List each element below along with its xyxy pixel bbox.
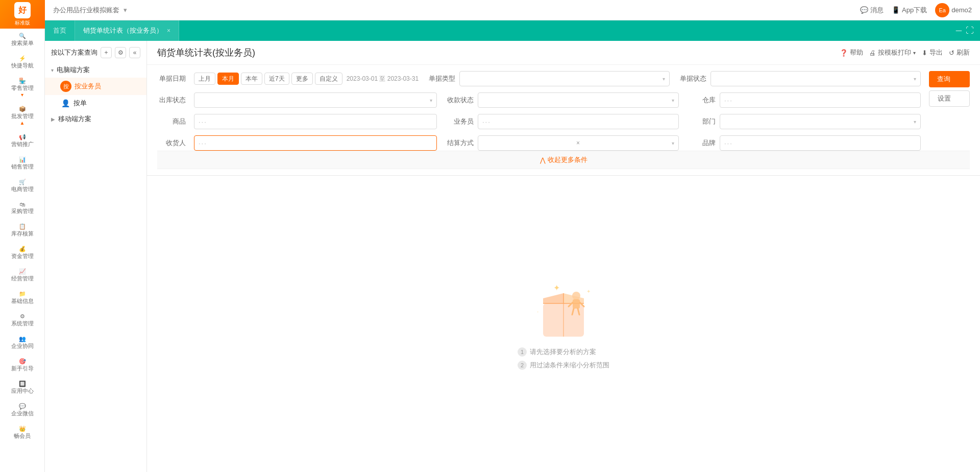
settings-scheme-btn[interactable]: ⚙ (115, 47, 126, 58)
tab-maximize-btn[interactable]: ⛶ (966, 26, 974, 35)
filter-main: 单据日期 上月 本月 本年 近7天 更多 自定义 2023-03-01 至 20… (157, 71, 921, 151)
corpwechat-icon: 💬 (19, 403, 26, 410)
sidebar-item-quicknav[interactable]: ⚡ 快捷导航 (0, 51, 44, 74)
sidebar-item-inventory[interactable]: 📋 库存核算 (0, 219, 44, 242)
department-label: 部门 (687, 117, 716, 126)
tab-home[interactable]: 首页 (45, 20, 75, 41)
sidebar-item-marketing[interactable]: 📢 营销推广 (0, 130, 44, 152)
empty-illustration: ✦ · ✦ (528, 278, 599, 339)
page-title: 销货单统计表(按业务员) (157, 46, 255, 59)
add-scheme-btn[interactable]: + (101, 47, 112, 58)
doc-type-input[interactable]: ▾ (459, 71, 670, 86)
payment-arrow: ▾ (672, 140, 674, 146)
sidebar-item-appcenter[interactable]: 🔲 应用中心 (0, 376, 44, 399)
svg-marker-1 (543, 293, 564, 303)
tab-close-btn[interactable]: × (167, 27, 170, 34)
sidebar-item-system[interactable]: ⚙ 系统管理 (0, 309, 44, 332)
tab-sales-stat[interactable]: 销货单统计表（按业务员） × (75, 20, 179, 41)
payment-input[interactable]: × ▾ (478, 135, 679, 151)
sidebar-item-ecommerce[interactable]: 🛒 电商管理 (0, 175, 44, 197)
payment-clear-btn[interactable]: × (576, 139, 580, 147)
download-icon: 📱 (892, 6, 900, 14)
quicknav-icon: ⚡ (19, 55, 26, 62)
salesman-input[interactable]: ··· (478, 114, 679, 129)
receiver-label: 收货人 (157, 138, 186, 148)
collapse-panel-btn[interactable]: « (129, 47, 140, 58)
right-panel: 销货单统计表(按业务员) ❓ 帮助 🖨 按模板打印 ▾ ⬇ 导出 (147, 41, 980, 472)
appcenter-icon: 🔲 (19, 381, 26, 387)
sales-icon: 📊 (19, 156, 26, 163)
sidebar-item-search[interactable]: 🔍 搜索菜单 (0, 29, 44, 51)
receipt-status-label: 收款状态 (445, 96, 474, 105)
receiver-input[interactable]: ··· (194, 135, 437, 151)
date-btn-7days[interactable]: 近7天 (264, 73, 289, 85)
print-btn[interactable]: 🖨 按模板打印 ▾ (869, 46, 916, 59)
sidebar-item-basic-info[interactable]: 📁 基础信息 (0, 287, 44, 309)
expand-icon: ▾ (21, 92, 23, 98)
date-btn-more[interactable]: 更多 (291, 73, 313, 85)
tree-item-desktop[interactable]: ▾ 电脑端方案 (45, 62, 146, 78)
empty-state: ✦ · ✦ 1 请先选择要分析的方案 2 用过滤条件来缩小分析范围 (518, 278, 609, 370)
date-btn-thismonth[interactable]: 本月 (217, 73, 239, 85)
out-status-input[interactable]: ▾ (194, 92, 437, 108)
goods-label: 商品 (157, 117, 186, 126)
message-btn[interactable]: 💬 消息 (860, 6, 884, 15)
tree-item-mobile[interactable]: ▶ 移动端方案 (45, 111, 146, 127)
sidebar-item-collab[interactable]: 👥 企业协同 (0, 332, 44, 354)
header-actions: 💬 消息 📱 App下载 Ea demo2 (860, 3, 972, 17)
sidebar-item-member[interactable]: 👑 畅会员 (0, 421, 44, 444)
svg-text:✦: ✦ (586, 289, 591, 294)
help-btn[interactable]: ❓ 帮助 (840, 46, 863, 59)
date-group: 上月 本月 本年 近7天 更多 自定义 2023-03-01 至 2023-03… (194, 73, 419, 85)
purchase-icon: 🛍 (19, 201, 25, 207)
brand-input[interactable]: ··· (720, 135, 921, 151)
collapse-arrow: ⋀ (540, 156, 546, 164)
print-dropdown-icon[interactable]: ▾ (913, 50, 916, 56)
wholesale-icon: 📦 (19, 106, 26, 112)
sidebar-item-wholesale[interactable]: 📦 批发管理 ▲ (0, 102, 44, 130)
receipt-status-input[interactable]: ▾ (478, 92, 679, 108)
tree-child-by-salesman[interactable]: 按 按业务员 (45, 78, 146, 95)
help-icon: ❓ (840, 49, 848, 57)
date-btn-custom[interactable]: 自定义 (315, 73, 342, 85)
salesman-label: 业务员 (445, 117, 474, 126)
collapse-label: 收起更多条件 (548, 155, 587, 164)
receipt-status-arrow: ▾ (672, 98, 674, 103)
sidebar-item-purchase[interactable]: 🛍 采购管理 (0, 197, 44, 219)
date-btn-lastmonth[interactable]: 上月 (194, 73, 215, 85)
date-btn-thisyear[interactable]: 本年 (241, 73, 262, 85)
system-icon: ⚙ (20, 313, 25, 320)
inventory-icon: 📋 (19, 223, 26, 230)
dropdown-arrow[interactable]: ▾ (124, 6, 127, 14)
app-download-btn[interactable]: 📱 App下载 (892, 6, 927, 15)
warehouse-label: 仓库 (687, 96, 716, 105)
refresh-btn[interactable]: ↺ 刷新 (949, 46, 970, 59)
sidebar-item-corpwechat[interactable]: 💬 企业微信 (0, 399, 44, 421)
doc-status-input[interactable]: ▾ (710, 71, 921, 86)
tree-child-by-order[interactable]: 👤 按单 (45, 95, 146, 111)
query-btn[interactable]: 查询 (929, 71, 970, 87)
goods-input[interactable]: ··· (194, 114, 437, 129)
finance-icon: 💰 (19, 246, 26, 252)
sidebar-item-newbie[interactable]: 🎯 新手引导 (0, 354, 44, 376)
collapse-bar[interactable]: ⋀ 收起更多条件 (157, 151, 970, 169)
user-avatar-area[interactable]: Ea demo2 (935, 3, 972, 17)
sidebar-item-operations[interactable]: 📈 经营管理 (0, 264, 44, 287)
sidebar-item-retail[interactable]: 🏪 零售管理 ▾ (0, 74, 44, 102)
export-btn[interactable]: ⬇ 导出 (922, 46, 943, 59)
department-input[interactable]: ▾ (720, 114, 921, 129)
doc-status-label: 单据状态 (678, 74, 706, 83)
left-panel-actions: + ⚙ « (101, 47, 140, 58)
export-icon: ⬇ (922, 49, 927, 57)
sidebar-item-finance[interactable]: 💰 资金管理 (0, 242, 44, 264)
settings-icon: ⚙ (118, 49, 124, 56)
tab-minimize-btn[interactable]: ─ (956, 26, 962, 35)
left-panel: 按以下方案查询 + ⚙ « ▾ 电脑端方案 (45, 41, 147, 472)
svg-point-6 (572, 292, 580, 300)
settings-btn[interactable]: 设置 (929, 90, 970, 107)
warehouse-input[interactable]: ··· (720, 92, 921, 108)
avatar: Ea (935, 3, 949, 17)
sidebar-item-sales[interactable]: 📊 销售管理 (0, 152, 44, 175)
logo-icon: 好 (14, 2, 31, 18)
svg-rect-7 (573, 299, 580, 309)
